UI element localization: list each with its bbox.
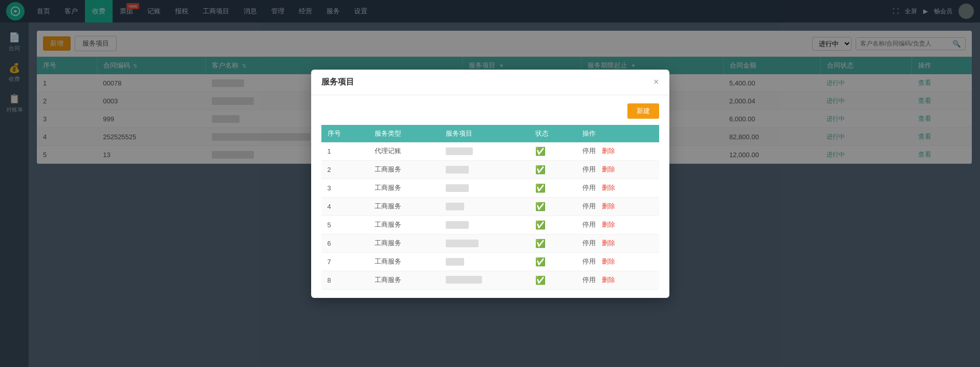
modal-cell-item: ████注册 [440, 271, 529, 289]
modal-overlay[interactable]: 服务项目 × 新建 序号 服务类型 服务项目 状态 操作 1 代理记账 [0, 0, 980, 367]
modal-cell-item: ████1 [440, 142, 529, 161]
list-item: 8 工商服务 ████注册 ✅ 停用 删除 [321, 271, 659, 289]
modal-cell-type: 工商服务 [368, 271, 440, 289]
delete-button[interactable]: 删除 [602, 239, 615, 247]
list-item: 5 工商服务 ████ ✅ 停用 删除 [321, 215, 659, 234]
delete-button[interactable]: 删除 [602, 276, 615, 284]
modal-cell-type: 工商服务 [368, 160, 440, 179]
modal-cell-action: 停用 删除 [576, 271, 659, 289]
modal-cell-item: ███ [440, 252, 529, 271]
delete-button[interactable]: 删除 [602, 147, 615, 155]
modal-cell-item: ████ [440, 160, 529, 179]
modal-cell-type: 工商服务 [368, 197, 440, 215]
modal-col-action: 操作 [576, 125, 659, 142]
modal-cell-status: ✅ [529, 197, 576, 215]
modal-cell-item: ████ [440, 215, 529, 234]
modal-cell-type: 工商服务 [368, 234, 440, 252]
modal-col-seq: 序号 [321, 125, 368, 142]
modal-cell-item: ████ [440, 179, 529, 197]
modal-cell-status: ✅ [529, 215, 576, 234]
modal-cell-type: 工商服务 [368, 215, 440, 234]
modal-cell-type: 代理记账 [368, 142, 440, 161]
modal-cell-item: ██████ [440, 234, 529, 252]
stop-button[interactable]: 停用 [582, 221, 596, 228]
modal-col-type: 服务类型 [368, 125, 440, 142]
modal-cell-action: 停用 删除 [576, 252, 659, 271]
modal-cell-seq: 2 [321, 160, 368, 179]
modal-cell-seq: 3 [321, 179, 368, 197]
modal-cell-item: ███ [440, 197, 529, 215]
stop-button[interactable]: 停用 [582, 239, 596, 247]
delete-button[interactable]: 删除 [602, 221, 615, 228]
modal-cell-seq: 7 [321, 252, 368, 271]
modal-cell-status: ✅ [529, 234, 576, 252]
modal-cell-seq: 4 [321, 197, 368, 215]
service-modal: 服务项目 × 新建 序号 服务类型 服务项目 状态 操作 1 代理记账 [311, 70, 669, 298]
service-table: 序号 服务类型 服务项目 状态 操作 1 代理记账 ████1 ✅ 停用 删除 … [321, 125, 659, 290]
list-item: 2 工商服务 ████ ✅ 停用 删除 [321, 160, 659, 179]
modal-cell-seq: 5 [321, 215, 368, 234]
list-item: 3 工商服务 ████ ✅ 停用 删除 [321, 179, 659, 197]
modal-title: 服务项目 [321, 77, 354, 88]
modal-new-button[interactable]: 新建 [627, 103, 659, 119]
modal-cell-action: 停用 删除 [576, 234, 659, 252]
modal-close-button[interactable]: × [654, 77, 659, 87]
modal-body: 新建 序号 服务类型 服务项目 状态 操作 1 代理记账 ████1 ✅ 停用 … [311, 95, 669, 298]
modal-cell-type: 工商服务 [368, 252, 440, 271]
modal-cell-status: ✅ [529, 160, 576, 179]
stop-button[interactable]: 停用 [582, 276, 596, 284]
modal-cell-seq: 1 [321, 142, 368, 161]
modal-cell-type: 工商服务 [368, 179, 440, 197]
modal-cell-status: ✅ [529, 252, 576, 271]
modal-cell-action: 停用 删除 [576, 142, 659, 161]
modal-toolbar: 新建 [321, 103, 659, 119]
stop-button[interactable]: 停用 [582, 202, 596, 210]
stop-button[interactable]: 停用 [582, 257, 596, 265]
modal-cell-status: ✅ [529, 142, 576, 161]
modal-col-status: 状态 [529, 125, 576, 142]
delete-button[interactable]: 删除 [602, 165, 615, 173]
modal-cell-seq: 6 [321, 234, 368, 252]
modal-col-item: 服务项目 [440, 125, 529, 142]
modal-cell-status: ✅ [529, 271, 576, 289]
delete-button[interactable]: 删除 [602, 184, 615, 191]
list-item: 6 工商服务 ██████ ✅ 停用 删除 [321, 234, 659, 252]
modal-cell-action: 停用 删除 [576, 197, 659, 215]
modal-header: 服务项目 × [311, 70, 669, 95]
list-item: 1 代理记账 ████1 ✅ 停用 删除 [321, 142, 659, 161]
modal-table-header: 序号 服务类型 服务项目 状态 操作 [321, 125, 659, 142]
modal-cell-action: 停用 删除 [576, 160, 659, 179]
delete-button[interactable]: 删除 [602, 257, 615, 265]
list-item: 4 工商服务 ███ ✅ 停用 删除 [321, 197, 659, 215]
stop-button[interactable]: 停用 [582, 184, 596, 191]
modal-cell-status: ✅ [529, 179, 576, 197]
modal-cell-action: 停用 删除 [576, 179, 659, 197]
delete-button[interactable]: 删除 [602, 202, 615, 210]
stop-button[interactable]: 停用 [582, 147, 596, 155]
modal-cell-seq: 8 [321, 271, 368, 289]
list-item: 7 工商服务 ███ ✅ 停用 删除 [321, 252, 659, 271]
modal-cell-action: 停用 删除 [576, 215, 659, 234]
stop-button[interactable]: 停用 [582, 165, 596, 173]
